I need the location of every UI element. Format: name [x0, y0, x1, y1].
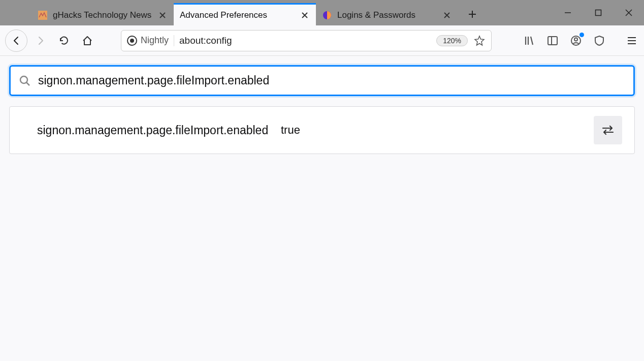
tab-ghacks[interactable]: gHacks Technology News	[31, 3, 174, 25]
svg-rect-2	[596, 10, 601, 16]
menu-button[interactable]	[625, 34, 639, 48]
svg-line-10	[26, 82, 29, 85]
maximize-button[interactable]	[583, 0, 614, 25]
preference-row: signon.management.page.fileImport.enable…	[9, 106, 635, 154]
account-icon[interactable]	[569, 34, 583, 48]
bookmark-star-icon[interactable]	[473, 34, 486, 47]
titlebar: gHacks Technology News Advanced Preferen…	[0, 0, 644, 25]
tab-title: Logins & Passwords	[337, 10, 437, 20]
firefox-icon	[126, 35, 138, 46]
url-input[interactable]	[179, 35, 431, 46]
svg-point-9	[20, 76, 27, 83]
url-bar[interactable]: Nightly 120%	[121, 30, 492, 51]
toggle-button[interactable]	[594, 116, 622, 144]
tab-advanced-preferences[interactable]: Advanced Preferences	[174, 3, 316, 25]
home-button[interactable]	[77, 31, 98, 51]
preference-value: true	[271, 124, 594, 137]
new-tab-button[interactable]	[462, 3, 482, 25]
ghacks-favicon-icon	[38, 10, 48, 20]
toolbar-icons	[522, 34, 639, 48]
svg-rect-5	[548, 37, 557, 45]
identity-box[interactable]: Nightly	[126, 35, 174, 46]
tab-strip: gHacks Technology News Advanced Preferen…	[31, 1, 482, 25]
svg-point-8	[574, 38, 577, 41]
close-window-button[interactable]	[614, 0, 644, 25]
shield-icon[interactable]	[592, 34, 606, 48]
preference-name: signon.management.page.fileImport.enable…	[37, 122, 271, 139]
identity-label: Nightly	[141, 35, 169, 46]
forward-button[interactable]	[30, 31, 51, 51]
close-icon[interactable]	[442, 10, 452, 20]
back-button[interactable]	[5, 29, 27, 52]
tab-title: Advanced Preferences	[180, 10, 295, 20]
sidebar-icon[interactable]	[545, 34, 560, 48]
zoom-level-badge[interactable]: 120%	[436, 35, 468, 46]
tab-title: gHacks Technology News	[53, 10, 152, 20]
tab-logins-passwords[interactable]: Logins & Passwords	[316, 3, 458, 25]
toggle-arrows-icon	[600, 123, 616, 138]
navigation-toolbar: Nightly 120%	[0, 25, 644, 56]
library-icon[interactable]	[522, 34, 536, 48]
notification-dot-icon	[579, 33, 584, 37]
close-icon[interactable]	[300, 10, 310, 20]
search-icon	[19, 75, 31, 87]
preference-search-input[interactable]	[38, 74, 625, 87]
preference-search-container	[9, 65, 635, 96]
about-config-content: signon.management.page.fileImport.enable…	[0, 56, 644, 163]
window-controls	[553, 0, 644, 25]
reload-button[interactable]	[54, 31, 74, 51]
close-icon[interactable]	[157, 10, 168, 20]
firefox-favicon-icon	[322, 10, 332, 20]
minimize-button[interactable]	[553, 0, 583, 25]
svg-point-4	[130, 39, 134, 43]
